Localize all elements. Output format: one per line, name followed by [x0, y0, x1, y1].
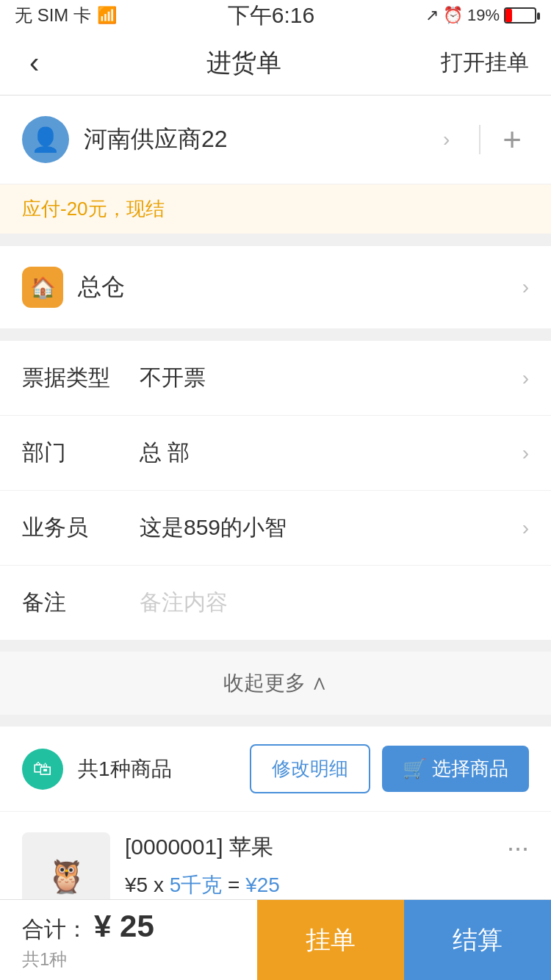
supplier-row[interactable]: 👤 河南供应商22 › +: [0, 96, 551, 184]
status-bar: 无 SIM 卡 📶 下午6:16 ↗ ⏰ 19%: [0, 0, 551, 31]
open-pending-button[interactable]: 打开挂单: [441, 48, 529, 78]
invoice-type-chevron-icon: ›: [522, 367, 529, 390]
supplier-card: 👤 河南供应商22 › + 应付-20元，现结: [0, 96, 551, 234]
product-unit-price: ¥5: [125, 873, 148, 896]
shopping-bag-icon: 🛍: [33, 757, 52, 780]
supplier-divider: [479, 125, 480, 154]
footer-total-main: 合计： ¥ 25: [22, 909, 235, 945]
cart-icon: 🛒: [403, 757, 426, 780]
status-time: 下午6:16: [228, 1, 314, 31]
product-price-line: ¥5 x 5千克 = ¥25: [125, 871, 492, 899]
suspend-button[interactable]: 挂单: [257, 900, 404, 981]
select-product-label: 选择商品: [432, 756, 508, 782]
products-header: 🛍 共1种商品 修改明细 🛒 选择商品: [0, 727, 551, 812]
invoice-type-row[interactable]: 票据类型 不开票 ›: [0, 341, 551, 416]
product-info: [0000001] 苹果 ¥5 x 5千克 = ¥25: [125, 832, 492, 899]
department-chevron-icon: ›: [522, 442, 529, 465]
page-title: 进货单: [206, 46, 281, 80]
warehouse-label: 总仓: [78, 271, 522, 303]
carrier-label: 无 SIM 卡: [15, 4, 91, 27]
content: 👤 河南供应商22 › + 应付-20元，现结 🏠 总仓 › 票据类型 不开票 …: [0, 96, 551, 980]
salesperson-chevron-icon: ›: [522, 516, 529, 540]
department-label: 部门: [22, 438, 140, 468]
select-product-button[interactable]: 🛒 选择商品: [382, 746, 529, 792]
location-icon: ↗: [425, 6, 439, 25]
supplier-chevron-icon: ›: [443, 128, 450, 151]
edit-detail-button[interactable]: 修改明细: [250, 744, 370, 793]
battery-icon: [504, 7, 536, 24]
product-code: [0000001]: [125, 835, 223, 859]
product-menu-button[interactable]: ···: [507, 832, 529, 863]
department-value: 总 部: [140, 438, 522, 468]
warehouse-chevron-icon: ›: [522, 275, 529, 299]
product-total: ¥25: [245, 873, 280, 896]
remark-value: 备注内容: [140, 588, 529, 618]
collapse-toggle[interactable]: 收起更多 ∧: [0, 652, 551, 715]
footer-total: 合计： ¥ 25 共1种: [0, 909, 257, 971]
battery-percent: 19%: [467, 6, 500, 25]
footer-total-sub: 共1种: [22, 948, 235, 971]
checkout-button[interactable]: 结算: [404, 900, 551, 981]
remark-row[interactable]: 备注 备注内容: [0, 566, 551, 640]
salesperson-label: 业务员: [22, 513, 140, 543]
price-multiply-icon: x: [154, 873, 170, 896]
warehouse-icon: 🏠: [22, 267, 63, 308]
supplier-avatar: 👤: [22, 116, 69, 163]
back-button[interactable]: ‹: [22, 39, 46, 87]
alarm-icon: ⏰: [443, 6, 463, 25]
product-title: 苹果: [229, 835, 273, 859]
department-row[interactable]: 部门 总 部 ›: [0, 416, 551, 491]
add-supplier-button[interactable]: +: [495, 121, 529, 158]
salesperson-value: 这是859的小智: [140, 513, 522, 543]
wifi-icon: 📶: [97, 6, 117, 25]
avatar-icon: 👤: [31, 126, 60, 154]
bottom-footer: 合计： ¥ 25 共1种 挂单 结算: [0, 899, 551, 980]
notice-banner: 应付-20元，现结: [0, 184, 551, 234]
warehouse-row[interactable]: 🏠 总仓 ›: [0, 246, 551, 329]
invoice-type-label: 票据类型: [22, 363, 140, 393]
warehouse-card: 🏠 总仓 ›: [0, 246, 551, 329]
nav-bar: ‹ 进货单 打开挂单: [0, 31, 551, 96]
equals-icon: =: [228, 873, 245, 896]
product-placeholder-icon: 🦉: [46, 857, 87, 896]
total-label: 合计：: [22, 915, 88, 945]
status-left: 无 SIM 卡 📶: [15, 4, 117, 27]
total-amount: ¥ 25: [94, 909, 154, 944]
supplier-name: 河南供应商22: [84, 123, 443, 156]
products-count: 共1种商品: [78, 755, 250, 783]
salesperson-row[interactable]: 业务员 这是859的小智 ›: [0, 491, 551, 566]
notice-text: 应付-20元，现结: [22, 198, 165, 220]
remark-label: 备注: [22, 588, 140, 618]
invoice-type-value: 不开票: [140, 363, 522, 393]
collapse-label: 收起更多 ∧: [223, 671, 328, 694]
product-quantity: 5千克: [170, 873, 223, 896]
products-icon: 🛍: [22, 749, 63, 790]
form-section: 票据类型 不开票 › 部门 总 部 › 业务员 这是859的小智 › 备注 备注…: [0, 341, 551, 640]
status-right: ↗ ⏰ 19%: [425, 6, 536, 25]
product-name: [0000001] 苹果: [125, 832, 492, 862]
